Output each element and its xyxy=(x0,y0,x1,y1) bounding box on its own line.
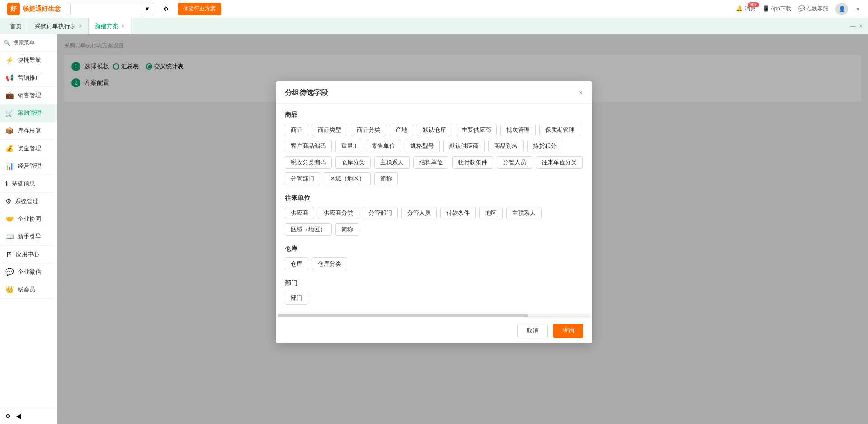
field-tag[interactable]: 收付款条件 xyxy=(452,156,493,169)
basics-icon: ℹ xyxy=(5,180,8,188)
field-tag[interactable]: 税收分类编码 xyxy=(285,156,332,169)
field-tag[interactable]: 仓库分类 xyxy=(335,156,371,169)
sidebar-item-purchase[interactable]: 🛒 采购管理 xyxy=(0,105,57,122)
modal-body: 商品 商品 商品类型 商品分类 产地 默认仓库 主要供应商 批次管理 保质期管理… xyxy=(276,104,592,314)
tab-new-plan-close[interactable]: × xyxy=(121,23,124,29)
logo-icon: 好 xyxy=(7,3,20,15)
field-tag[interactable]: 分管部门 xyxy=(285,172,320,185)
sidebar-item-system[interactable]: ⚙ 系统管理 xyxy=(0,193,57,210)
field-tag[interactable]: 分管人员 xyxy=(401,207,437,219)
field-tag[interactable]: 保质期管理 xyxy=(539,124,580,136)
tab-new-plan[interactable]: 新建方案 × xyxy=(89,18,131,34)
section-partners-tags: 供应商 供应商分类 分管部门 分管人员 付款条件 地区 主联系人 区域（地区） … xyxy=(285,207,583,236)
username-label: ▼ xyxy=(855,6,861,12)
tab-close-all-icon[interactable]: × xyxy=(859,23,863,29)
sidebar-search-label: 搜索菜单 xyxy=(13,39,35,47)
section-goods-tags: 商品 商品类型 商品分类 产地 默认仓库 主要供应商 批次管理 保质期管理 客户… xyxy=(285,124,583,185)
field-tag[interactable]: 规格型号 xyxy=(405,140,440,152)
notification-icon: 🔔 xyxy=(736,5,743,12)
field-tag[interactable]: 主联系人 xyxy=(506,207,542,219)
notification-bell[interactable]: 🔔 99+ 消息 xyxy=(736,5,755,13)
sidebar-item-wechat[interactable]: 💬 企业微信 xyxy=(0,263,57,281)
sidebar-item-collaboration[interactable]: 🤝 企业协同 xyxy=(0,210,57,228)
sidebar-item-inventory[interactable]: 📦 库存核算 xyxy=(0,122,57,140)
field-tag[interactable]: 产地 xyxy=(390,124,413,136)
tab-purchase-order[interactable]: 采购订单执行表 × xyxy=(28,18,89,34)
field-tag[interactable]: 地区 xyxy=(479,207,503,219)
sidebar-item-marketing[interactable]: 📢 营销推广 xyxy=(0,69,57,87)
apps-icon: 🖥 xyxy=(5,251,12,258)
field-tag[interactable]: 供应商 xyxy=(285,207,314,219)
field-tag[interactable]: 分管人员 xyxy=(497,156,532,169)
field-tag[interactable]: 仓库 xyxy=(285,257,308,270)
field-tag[interactable]: 分管部门 xyxy=(363,207,398,219)
sidebar-item-sales[interactable]: 💼 销售管理 xyxy=(0,87,57,105)
section-goods: 商品 商品 商品类型 商品分类 产地 默认仓库 主要供应商 批次管理 保质期管理… xyxy=(285,111,583,185)
search-input[interactable] xyxy=(70,3,142,15)
sidebar-search[interactable]: 🔍 搜索菜单 xyxy=(0,34,57,52)
field-tag[interactable]: 区域（地区） xyxy=(324,172,371,185)
field-tag[interactable]: 重量3 xyxy=(335,140,362,152)
field-tag[interactable]: 客户商品编码 xyxy=(285,140,332,152)
app-download-link[interactable]: 📱 App下载 xyxy=(763,5,791,13)
sidebar-item-label: 经营管理 xyxy=(18,162,41,170)
field-tag[interactable]: 简称 xyxy=(335,223,359,236)
field-tag[interactable]: 区域（地区） xyxy=(285,223,332,236)
field-tag[interactable]: 商品别名 xyxy=(488,140,524,152)
field-tag[interactable]: 主联系人 xyxy=(374,156,410,169)
field-tag[interactable]: 零售单位 xyxy=(366,140,401,152)
search-icon: 🔍 xyxy=(4,40,10,46)
app-header: 好 畅捷通好生意 ▼ ⚙ 体验行业方案 🔔 99+ 消息 📱 App下载 💬 在… xyxy=(0,0,868,18)
modal-close-button[interactable]: × xyxy=(578,88,583,98)
section-partners: 往来单位 供应商 供应商分类 分管部门 分管人员 付款条件 地区 主联系人 区域… xyxy=(285,194,583,236)
header-right: 🔔 99+ 消息 📱 App下载 💬 在线客服 👤 ▼ xyxy=(736,3,861,15)
field-tag[interactable]: 批次管理 xyxy=(500,124,536,136)
field-tag[interactable]: 主要供应商 xyxy=(456,124,497,136)
sidebar-collapse-icon[interactable]: ◀ xyxy=(16,413,21,419)
field-tag[interactable]: 简称 xyxy=(374,172,398,185)
tab-purchase-order-label: 采购订单执行表 xyxy=(35,22,76,30)
modal-confirm-button[interactable]: 查询 xyxy=(553,324,583,338)
user-avatar[interactable]: 👤 xyxy=(835,3,848,15)
field-tag[interactable]: 商品 xyxy=(285,124,308,136)
settings-gear-button[interactable]: ⚙ xyxy=(160,3,172,15)
sidebar-item-label: 系统管理 xyxy=(15,197,38,205)
sidebar-item-label: 畅会员 xyxy=(18,286,35,294)
field-tag[interactable]: 往来单位分类 xyxy=(536,156,583,169)
field-tag[interactable]: 默认供应商 xyxy=(443,140,485,152)
tabs-bar: 首页 采购订单执行表 × 新建方案 × — × xyxy=(0,18,868,34)
sidebar-item-quick-nav[interactable]: ⚡ 快捷导航 xyxy=(0,52,57,69)
modal-h-scrollbar-track xyxy=(278,314,590,317)
sidebar-item-operations[interactable]: 📊 经营管理 xyxy=(0,157,57,175)
field-tag[interactable]: 供应商分类 xyxy=(318,207,359,219)
sidebar-item-member[interactable]: 👑 畅会员 xyxy=(0,281,57,299)
field-tag[interactable]: 仓库分类 xyxy=(312,257,347,270)
search-dropdown[interactable]: ▼ xyxy=(66,3,154,15)
tab-purchase-order-close[interactable]: × xyxy=(79,23,82,29)
field-tag[interactable]: 结算单位 xyxy=(413,156,448,169)
modal-cancel-button[interactable]: 取消 xyxy=(517,324,548,338)
sidebar-settings-icon[interactable]: ⚙ xyxy=(5,413,11,419)
sidebar-item-guide[interactable]: 📖 新手引导 xyxy=(0,228,57,246)
sidebar-item-apps[interactable]: 🖥 应用中心 xyxy=(0,246,57,263)
sidebar-item-basics[interactable]: ℹ 基础信息 xyxy=(0,175,57,193)
field-tag[interactable]: 拣货积分 xyxy=(527,140,562,152)
field-tag[interactable]: 商品分类 xyxy=(351,124,386,136)
field-tag[interactable]: 默认仓库 xyxy=(417,124,452,136)
modal-h-scrollbar-thumb[interactable] xyxy=(278,314,528,317)
sidebar-item-label: 快捷导航 xyxy=(18,56,41,64)
tab-minimize-icon[interactable]: — xyxy=(849,23,855,29)
collaboration-icon: 🤝 xyxy=(5,215,14,223)
member-icon: 👑 xyxy=(5,286,14,294)
sidebar-item-finance[interactable]: 💰 资金管理 xyxy=(0,140,57,157)
experience-plan-button[interactable]: 体验行业方案 xyxy=(178,3,221,15)
online-service-link[interactable]: 💬 在线客服 xyxy=(798,5,828,13)
modal-header: 分组待选字段 × xyxy=(276,81,592,104)
field-tag[interactable]: 付款条件 xyxy=(440,207,476,219)
quick-nav-icon: ⚡ xyxy=(5,56,14,64)
field-tag[interactable]: 商品类型 xyxy=(312,124,347,136)
sidebar-item-label: 营销推广 xyxy=(18,74,41,82)
tab-home[interactable]: 首页 xyxy=(4,18,28,34)
dropdown-arrow-icon: ▼ xyxy=(144,5,150,12)
field-tag[interactable]: 部门 xyxy=(285,292,308,305)
